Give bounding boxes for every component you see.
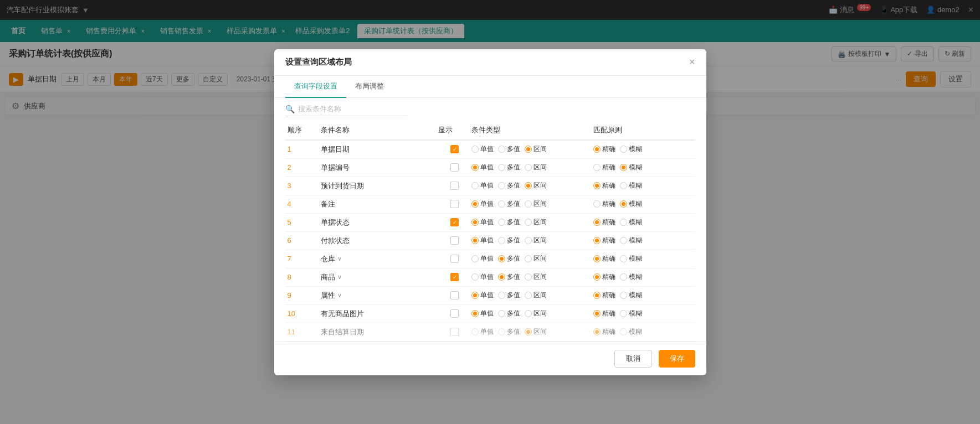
dialog-title: 设置查询区域布局 [285, 57, 352, 68]
dialog: 设置查询区域布局 × 查询字段设置 布局调整 🔍 顺序 条件名称 显示 条件类型… [274, 49, 706, 121]
dialog-search: 🔍 [274, 98, 706, 121]
overlay: 设置查询区域布局 × 查询字段设置 布局调整 🔍 顺序 条件名称 显示 条件类型… [0, 0, 980, 120]
dialog-header: 设置查询区域布局 × [274, 49, 706, 76]
dialog-close-button[interactable]: × [689, 57, 695, 67]
search-icon: 🔍 [285, 105, 295, 113]
search-box: 🔍 [285, 105, 407, 116]
search-input[interactable] [298, 105, 398, 113]
dialog-tab-fields[interactable]: 查询字段设置 [285, 76, 346, 98]
dialog-tab-layout[interactable]: 布局调整 [346, 76, 393, 98]
dialog-tabs: 查询字段设置 布局调整 [274, 76, 706, 98]
